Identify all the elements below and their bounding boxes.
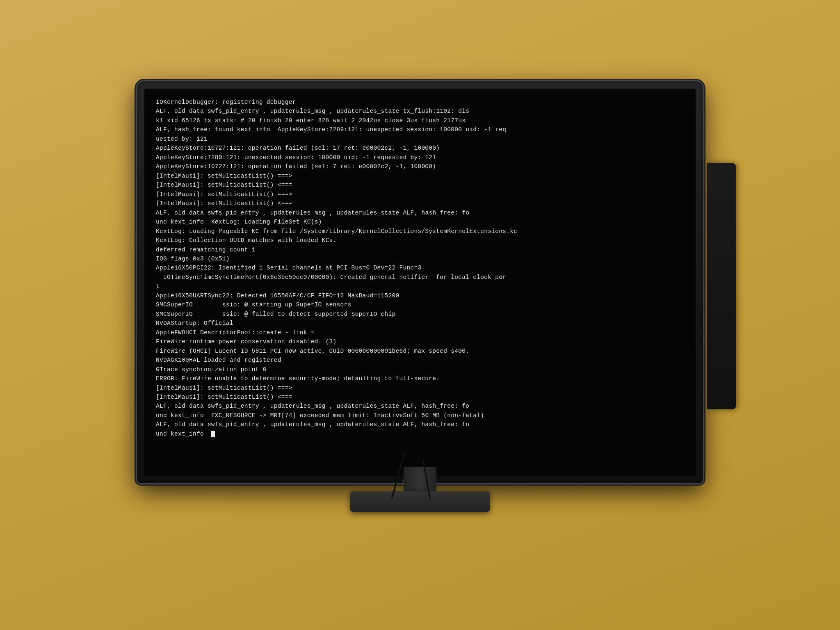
terminal-output: IOKernelDebugger: registering debugger A… — [156, 98, 517, 438]
monitor-screen: IOKernelDebugger: registering debugger A… — [144, 89, 696, 476]
monitor-stand-neck — [404, 467, 436, 491]
monitor-wrapper: IOKernelDebugger: registering debugger A… — [137, 81, 703, 524]
screen-inner: IOKernelDebugger: registering debugger A… — [144, 89, 696, 476]
monitor-outer: IOKernelDebugger: registering debugger A… — [137, 81, 703, 483]
terminal-cursor — [211, 431, 215, 437]
monitor-right-partial — [707, 163, 736, 409]
monitor-base — [350, 491, 490, 512]
